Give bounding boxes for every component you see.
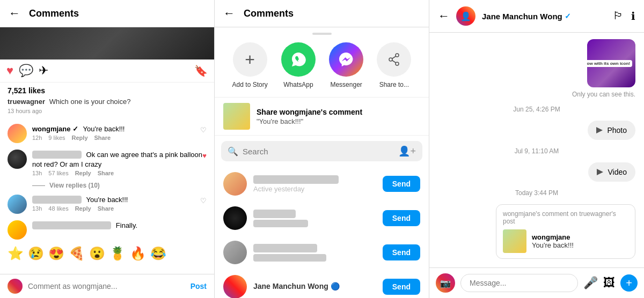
bookmark-button[interactable]: 🔖	[194, 64, 208, 77]
svg-point-0	[396, 54, 399, 57]
emoji-pizza[interactable]: 🍕	[69, 246, 85, 261]
middle-header: ← Comments	[215, 0, 429, 27]
share-comment-button[interactable]: Share	[94, 135, 111, 141]
share-whatsapp[interactable]: WhatsApp	[281, 42, 316, 88]
comment-username-blurred[interactable]: ████████████████	[32, 221, 111, 229]
emoji-fire[interactable]: 🔥	[130, 246, 146, 261]
post-comment-button[interactable]: Post	[191, 282, 207, 290]
emoji-cry[interactable]: 😢	[28, 246, 44, 261]
add-to-story-label: Add to Story	[232, 81, 268, 88]
comment-content: wongmjane ✓ You're back!!! 12h 9 likes R…	[32, 124, 207, 141]
back-icon-right[interactable]: ←	[438, 9, 450, 23]
search-icon: 🔍	[228, 146, 238, 157]
comment-likes: 9 likes	[48, 135, 65, 141]
search-input[interactable]	[243, 147, 394, 156]
comment-username-blurred[interactable]: ██████████	[32, 196, 82, 204]
current-user-avatar	[8, 279, 23, 294]
reply-button[interactable]: Reply	[72, 135, 88, 141]
image-button[interactable]: 🖼	[603, 276, 615, 290]
emoji-wow[interactable]: 😮	[89, 246, 105, 261]
send-button[interactable]: Send	[383, 210, 420, 226]
back-icon-middle[interactable]: ←	[223, 6, 235, 20]
video-bubble[interactable]: Video	[588, 162, 635, 182]
comment-likes: 48 likes	[48, 205, 68, 212]
dm-sub: Active yesterday	[253, 185, 376, 193]
play-icon	[596, 127, 603, 133]
caption-username[interactable]: truewagner	[8, 98, 45, 106]
info-icon[interactable]: ℹ	[631, 10, 635, 23]
avatar	[8, 220, 27, 240]
share-comment-button[interactable]: Share	[98, 205, 114, 212]
send-button[interactable]: Send	[383, 244, 420, 260]
dm-list: ████████████████ Active yesterday Send █…	[215, 167, 429, 298]
emoji-heart-eyes[interactable]: 😍	[48, 246, 64, 261]
only-you-label: Only you can see this.	[572, 91, 635, 98]
comment-button[interactable]: 💬	[19, 64, 33, 78]
comment-time: 13h	[32, 170, 42, 176]
middle-panel-title: Comments	[244, 8, 294, 19]
comment-username-blurred[interactable]: ██████████	[32, 151, 82, 159]
heart-icon[interactable]: ♡	[200, 126, 207, 134]
reply-button[interactable]: Reply	[75, 170, 91, 176]
likes-section: 7,521 likes	[0, 83, 214, 96]
share-button[interactable]: ✈	[39, 64, 48, 78]
send-button[interactable]: Send	[383, 279, 420, 295]
microphone-button[interactable]: 🎤	[583, 276, 598, 290]
table-row: ██████████ Ok can we agree that's a pink…	[0, 146, 214, 180]
chat-user-avatar[interactable]: 👤	[456, 6, 475, 26]
timestamp: Jun 25, 4:26 PM	[438, 106, 635, 113]
emoji-star[interactable]: ⭐	[8, 246, 24, 261]
share-comment-button[interactable]: Share	[98, 170, 114, 176]
message-input-bar: 📷 🎤 🖼 +	[429, 267, 644, 298]
comment-meta: 13h 57 likes Reply Share	[32, 170, 207, 176]
back-icon-left[interactable]: ←	[9, 6, 20, 20]
avatar	[223, 241, 247, 264]
comment-input[interactable]	[28, 282, 191, 290]
whatsapp-icon	[281, 42, 316, 77]
add-person-icon[interactable]: 👤+	[398, 145, 416, 157]
photo-bubble[interactable]: Photo	[588, 121, 635, 140]
action-bar: ♥ 💬 ✈ 🔖	[0, 59, 214, 83]
avatar	[8, 195, 27, 214]
like-button[interactable]: ♥	[6, 64, 13, 78]
view-replies-button[interactable]: View replies (10)	[0, 180, 214, 191]
share-preview-thumb	[223, 103, 250, 130]
chat-user-name[interactable]: Jane Manchun Wong ✓	[482, 12, 606, 21]
comment-text: You're back!!!	[86, 196, 128, 204]
emoji-laugh[interactable]: 😂	[150, 246, 166, 261]
message-input[interactable]	[460, 274, 578, 292]
dm-name: ████████████	[253, 244, 376, 252]
heart-icon[interactable]: ♥	[202, 152, 207, 160]
svg-point-1	[389, 58, 392, 61]
chat-area: now with its own icon! Only you can see …	[429, 33, 644, 267]
add-to-story-icon: +	[233, 42, 267, 77]
comment-content: ██████████ You're back!!! 13h 48 likes R…	[32, 195, 207, 212]
reply-button[interactable]: Reply	[75, 205, 91, 212]
share-comment-preview: Share wongmjane's comment "You're back!!…	[215, 97, 429, 136]
share-preview-info: Share wongmjane's comment "You're back!!…	[257, 108, 362, 125]
share-to[interactable]: Share to...	[377, 42, 411, 88]
comment-username[interactable]: wongmjane ✓	[32, 125, 78, 133]
avatar	[223, 275, 247, 298]
share-add-to-story[interactable]: + Add to Story	[232, 42, 268, 88]
comment-likes: 57 likes	[48, 170, 68, 176]
flag-icon[interactable]: 🏳	[613, 10, 624, 23]
share-messenger[interactable]: Messenger	[329, 42, 363, 88]
search-bar-row: 🔍 👤+	[215, 136, 429, 167]
dm-info: Jane Manchun Wong 🔵	[253, 282, 376, 292]
dm-name: ████████████████	[253, 175, 376, 184]
send-button[interactable]: Send	[383, 176, 420, 192]
share-sheet: + Add to Story WhatsApp Messenger	[215, 27, 429, 298]
emoji-pineapple[interactable]: 🍍	[109, 246, 126, 261]
camera-button[interactable]: 📷	[436, 273, 455, 293]
heart-icon[interactable]: ♡	[200, 197, 207, 205]
shared-post-thumbnail[interactable]: now with its own icon!	[587, 39, 635, 87]
share-icons-row: + Add to Story WhatsApp Messenger	[215, 42, 429, 97]
svg-line-4	[392, 61, 396, 63]
table-row: wongmjane ✓ You're back!!! 12h 9 likes R…	[0, 121, 214, 146]
add-button[interactable]: +	[620, 274, 638, 292]
shared-comment-bubble[interactable]: wongmjane's comment on truewagner's post…	[496, 204, 635, 259]
verified-badge: ✓	[565, 12, 571, 20]
caption-text: Which one is your choice?	[49, 98, 131, 106]
messenger-label: Messenger	[330, 81, 362, 88]
